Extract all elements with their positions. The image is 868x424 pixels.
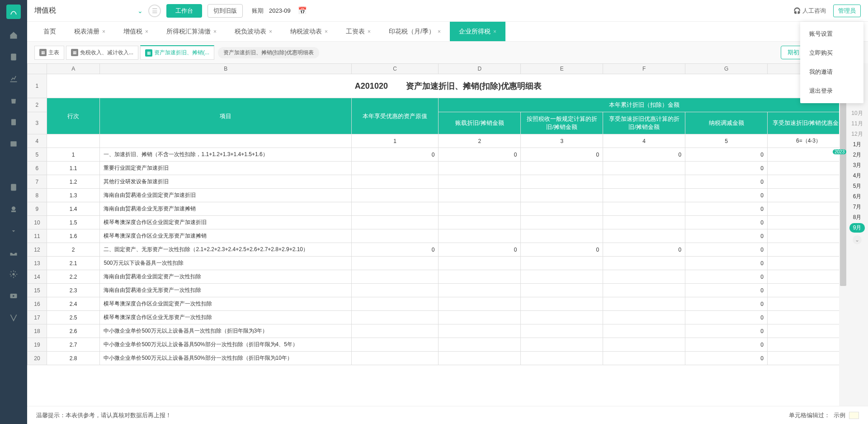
row-number[interactable]: 9	[28, 202, 47, 216]
cell[interactable]	[521, 297, 603, 311]
cell[interactable]	[603, 352, 685, 365]
column-letter[interactable]: E	[521, 64, 603, 74]
cell[interactable]	[351, 324, 439, 338]
month-item[interactable]: 6月	[846, 192, 868, 201]
cell[interactable]	[439, 175, 521, 189]
row-number[interactable]: 12	[28, 243, 47, 257]
tax-type-selector[interactable]: 增值税 ⌄	[34, 6, 143, 15]
cell[interactable]: 0	[685, 229, 768, 243]
cell[interactable]	[439, 324, 521, 338]
row-number[interactable]: 4	[28, 134, 47, 148]
admin-button[interactable]: 管理员	[833, 5, 861, 17]
row-number[interactable]: 14	[28, 270, 47, 284]
cell[interactable]: 1	[47, 148, 100, 162]
cell[interactable]	[521, 270, 603, 284]
column-letter[interactable]: B	[100, 64, 351, 74]
row-number[interactable]: 17	[28, 311, 47, 324]
main-tab[interactable]: 增值税×	[114, 22, 157, 41]
vertical-scrollbar[interactable]	[840, 63, 846, 406]
cell[interactable]: 2.4	[47, 297, 100, 311]
cell[interactable]: 0	[768, 189, 839, 202]
main-tab[interactable]: 纳税波动表×	[281, 22, 337, 41]
cell[interactable]: 0	[685, 324, 768, 338]
cell[interactable]	[521, 202, 603, 216]
cell[interactable]	[439, 229, 521, 243]
cell[interactable]: 1.5	[47, 216, 100, 229]
cell[interactable]	[351, 202, 439, 216]
app-logo[interactable]	[6, 5, 21, 19]
cell[interactable]	[439, 189, 521, 202]
cell[interactable]	[521, 352, 603, 365]
main-tab[interactable]: 所得税汇算清缴×	[157, 22, 226, 41]
cell[interactable]: 0	[768, 311, 839, 324]
cell[interactable]	[351, 257, 439, 270]
cell[interactable]: 中小微企业单价500万元以上设备器具50%部分一次性扣除（折旧年限为4、5年）	[100, 338, 351, 352]
row-number[interactable]: 19	[28, 338, 47, 352]
dropdown-item[interactable]: 立即购买	[800, 43, 863, 62]
row-number[interactable]: 8	[28, 189, 47, 202]
doc-round-icon[interactable]: ☰	[148, 5, 161, 17]
cell[interactable]	[603, 284, 685, 297]
cell[interactable]	[351, 270, 439, 284]
row-number[interactable]: 16	[28, 297, 47, 311]
cell[interactable]	[351, 284, 439, 297]
expand-months-icon[interactable]: ⌄	[853, 235, 862, 244]
sub-tab[interactable]: ▦免税收入、减计收入...	[66, 46, 138, 60]
cell[interactable]: 2.5	[47, 311, 100, 324]
dropdown-item[interactable]: 我的邀请	[800, 62, 863, 81]
month-item[interactable]: 2月	[846, 150, 868, 160]
cell[interactable]: 2.8	[47, 352, 100, 365]
cell[interactable]	[439, 338, 521, 352]
cell[interactable]: 2	[47, 243, 100, 257]
nav-inbox-icon[interactable]	[8, 247, 19, 258]
cell[interactable]: 0	[685, 243, 768, 257]
cell[interactable]	[351, 352, 439, 365]
cell[interactable]: 0	[685, 202, 768, 216]
month-item[interactable]: 10月	[846, 109, 868, 118]
cell[interactable]: 0	[685, 216, 768, 229]
cell[interactable]: 0	[768, 229, 839, 243]
cell[interactable]: 2.2	[47, 270, 100, 284]
row-number[interactable]: 2	[28, 98, 47, 112]
cell[interactable]: 中小微企业单价500万元以上设备器具一次性扣除（折旧年限为3年）	[100, 324, 351, 338]
month-item[interactable]: 7月	[846, 202, 868, 212]
nav-doc-icon[interactable]	[8, 52, 19, 62]
column-letter[interactable]: D	[439, 64, 521, 74]
cell[interactable]	[351, 175, 439, 189]
cell[interactable]: 1.3	[47, 189, 100, 202]
cell[interactable]: 0	[603, 148, 685, 162]
row-number[interactable]: 15	[28, 284, 47, 297]
cell[interactable]: 0	[768, 270, 839, 284]
cell[interactable]: 0	[685, 148, 768, 162]
cell[interactable]: 二、固定资产、无形资产一次性扣除（2.1+2.2+2.3+2.4+2.5+2.6…	[100, 243, 351, 257]
cell[interactable]: 0	[768, 284, 839, 297]
month-item[interactable]: 8月	[846, 213, 868, 222]
main-tab[interactable]: 税负波动表×	[226, 22, 281, 41]
row-number[interactable]: 3	[28, 112, 47, 134]
cell[interactable]: 0	[439, 243, 521, 257]
cell[interactable]	[603, 189, 685, 202]
cell[interactable]: 0	[685, 257, 768, 270]
cell[interactable]: 横琴粤澳深度合作区企业固定资产一次性扣除	[100, 297, 351, 311]
cell[interactable]	[351, 338, 439, 352]
row-number[interactable]: 6	[28, 162, 47, 175]
nav-v-icon[interactable]	[8, 312, 19, 323]
month-item[interactable]: 9月	[849, 223, 865, 233]
cell[interactable]	[439, 257, 521, 270]
cell[interactable]: 0	[685, 189, 768, 202]
cell[interactable]	[439, 352, 521, 365]
cell[interactable]	[603, 311, 685, 324]
cell[interactable]	[351, 189, 439, 202]
cell[interactable]: 0	[439, 148, 521, 162]
main-tab[interactable]: 企业所得税×	[450, 22, 505, 41]
consult-button[interactable]: 🎧 人工咨询	[793, 7, 826, 15]
cell[interactable]: 0	[768, 352, 839, 365]
cell[interactable]	[439, 216, 521, 229]
corner-cell[interactable]	[28, 64, 47, 74]
cell[interactable]	[439, 202, 521, 216]
cell[interactable]: 0	[768, 257, 839, 270]
cell[interactable]: 1.2	[47, 175, 100, 189]
cell[interactable]	[603, 229, 685, 243]
cell[interactable]: 中小微企业单价500万元以上设备器具50%部分一次性扣除（折旧年限为10年）	[100, 352, 351, 365]
cell[interactable]	[351, 162, 439, 175]
